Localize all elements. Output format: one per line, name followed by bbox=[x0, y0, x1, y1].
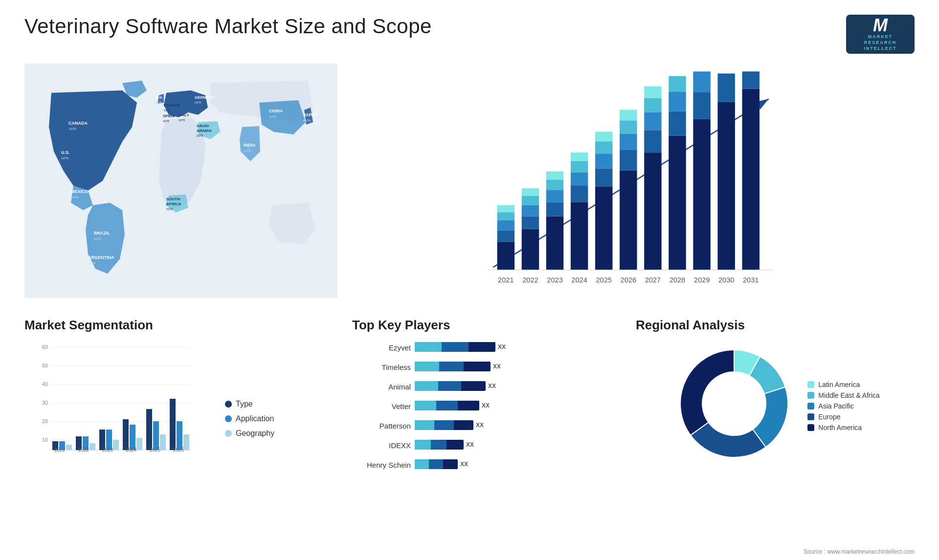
svg-rect-82 bbox=[620, 171, 637, 270]
svg-text:10: 10 bbox=[42, 437, 48, 443]
svg-text:XX: XX bbox=[460, 461, 468, 468]
application-dot bbox=[225, 415, 232, 422]
svg-rect-97 bbox=[693, 92, 710, 119]
svg-rect-155 bbox=[415, 401, 436, 410]
svg-rect-137 bbox=[170, 399, 176, 450]
svg-rect-60 bbox=[497, 212, 514, 220]
page-container: Veterinary Software Market Size and Scop… bbox=[0, 0, 939, 560]
svg-text:2026: 2026 bbox=[173, 447, 184, 452]
legend-type: Type bbox=[225, 400, 274, 409]
svg-text:2021: 2021 bbox=[54, 447, 66, 452]
svg-rect-88 bbox=[644, 130, 661, 152]
svg-text:2028: 2028 bbox=[670, 276, 685, 284]
svg-text:xx%: xx% bbox=[69, 127, 76, 131]
svg-rect-139 bbox=[183, 434, 189, 450]
svg-rect-68 bbox=[546, 202, 563, 216]
regional-legend: Latin America Middle East & Africa Asia … bbox=[807, 381, 879, 431]
svg-rect-86 bbox=[620, 110, 637, 121]
svg-rect-131 bbox=[136, 438, 142, 450]
svg-text:xx%: xx% bbox=[197, 134, 203, 137]
player-name-vetter: Vetter bbox=[352, 402, 411, 410]
player-ezyvet: Ezyvet XX bbox=[352, 340, 621, 355]
svg-rect-80 bbox=[595, 141, 612, 153]
type-dot bbox=[225, 401, 232, 408]
svg-rect-123 bbox=[89, 443, 95, 450]
player-animal: Animal XX bbox=[352, 379, 621, 394]
svg-rect-92 bbox=[669, 136, 686, 270]
svg-text:GERMANY: GERMANY bbox=[195, 95, 215, 100]
player-bar-animal: XX bbox=[415, 379, 621, 394]
svg-rect-91 bbox=[644, 86, 661, 98]
svg-rect-75 bbox=[571, 161, 588, 172]
svg-text:U.K.: U.K. bbox=[156, 95, 163, 100]
segmentation-legend: Type Application Geography bbox=[225, 400, 274, 452]
svg-text:2021: 2021 bbox=[498, 276, 514, 284]
mea-label: Middle East & Africa bbox=[818, 391, 879, 399]
svg-text:2023: 2023 bbox=[102, 447, 113, 452]
player-name-timeless: Timeless bbox=[352, 363, 411, 371]
svg-rect-72 bbox=[571, 202, 588, 270]
svg-rect-76 bbox=[571, 152, 588, 161]
svg-rect-83 bbox=[620, 150, 637, 171]
source-text: Source : www.marketresearchintellect.com bbox=[804, 548, 915, 555]
page-title: Veterinary Software Market Size and Scop… bbox=[24, 15, 432, 38]
svg-text:JAPAN: JAPAN bbox=[303, 112, 318, 117]
svg-text:XX: XX bbox=[488, 383, 496, 389]
svg-rect-127 bbox=[113, 440, 119, 450]
svg-text:2026: 2026 bbox=[621, 276, 636, 284]
svg-rect-99 bbox=[717, 102, 735, 270]
reg-legend-mea: Middle East & Africa bbox=[807, 391, 879, 399]
svg-text:2024: 2024 bbox=[571, 276, 587, 284]
players-list: Ezyvet XX Timeless bbox=[352, 340, 621, 472]
svg-rect-119 bbox=[66, 445, 72, 450]
apac-dot bbox=[807, 403, 814, 409]
player-bar-ezyvet: XX bbox=[415, 340, 621, 355]
svg-rect-59 bbox=[497, 220, 514, 231]
svg-text:xx%: xx% bbox=[179, 118, 185, 122]
svg-rect-167 bbox=[415, 459, 429, 469]
svg-rect-67 bbox=[546, 216, 563, 270]
svg-text:ARGENTINA: ARGENTINA bbox=[88, 255, 114, 260]
svg-text:XX: XX bbox=[466, 441, 474, 448]
svg-rect-163 bbox=[415, 440, 431, 450]
type-label: Type bbox=[236, 400, 253, 409]
svg-text:XX: XX bbox=[476, 422, 484, 429]
donut-chart bbox=[671, 340, 798, 467]
svg-text:xx%: xx% bbox=[94, 237, 101, 241]
svg-text:2025: 2025 bbox=[150, 447, 161, 452]
player-name-ezyvet: Ezyvet bbox=[352, 344, 411, 352]
player-bar-timeless: XX bbox=[415, 360, 621, 374]
bar-chart-section: 2021 2022 2023 2024 2025 2026 2027 2028 … bbox=[347, 64, 915, 308]
svg-text:xx%: xx% bbox=[166, 207, 173, 211]
player-name-animal: Animal bbox=[352, 383, 411, 391]
svg-rect-65 bbox=[522, 196, 539, 205]
svg-rect-102 bbox=[742, 71, 759, 88]
svg-text:xx%: xx% bbox=[88, 261, 95, 265]
svg-rect-96 bbox=[693, 119, 710, 270]
svg-rect-61 bbox=[497, 205, 514, 213]
svg-rect-79 bbox=[595, 153, 612, 168]
svg-rect-130 bbox=[130, 425, 135, 450]
player-henry: Henry Schein XX bbox=[352, 457, 621, 472]
regional-title: Regional Analysis bbox=[636, 318, 745, 333]
svg-text:2027: 2027 bbox=[645, 276, 661, 284]
svg-rect-62 bbox=[522, 229, 539, 270]
reg-legend-europe: Europe bbox=[807, 413, 879, 421]
svg-text:xx%: xx% bbox=[303, 118, 311, 123]
svg-text:xx%: xx% bbox=[244, 149, 251, 153]
svg-rect-69 bbox=[546, 190, 563, 202]
svg-rect-64 bbox=[522, 205, 539, 216]
player-timeless: Timeless XX bbox=[352, 360, 621, 374]
svg-rect-129 bbox=[123, 419, 129, 450]
svg-text:SOUTH: SOUTH bbox=[166, 197, 180, 201]
svg-rect-147 bbox=[415, 362, 439, 371]
svg-text:FRANCE: FRANCE bbox=[164, 103, 180, 108]
svg-rect-74 bbox=[571, 172, 588, 186]
bottom-right: Top Key Players Ezyvet XX bbox=[347, 318, 915, 545]
svg-text:2024: 2024 bbox=[126, 447, 137, 452]
growth-bar-chart: 2021 2022 2023 2024 2025 2026 2027 2028 … bbox=[357, 68, 905, 303]
svg-text:XX: XX bbox=[498, 344, 506, 350]
regional-section: Regional Analysis Latin America Middle E… bbox=[636, 318, 915, 545]
svg-rect-133 bbox=[146, 409, 152, 450]
svg-rect-84 bbox=[620, 134, 637, 150]
